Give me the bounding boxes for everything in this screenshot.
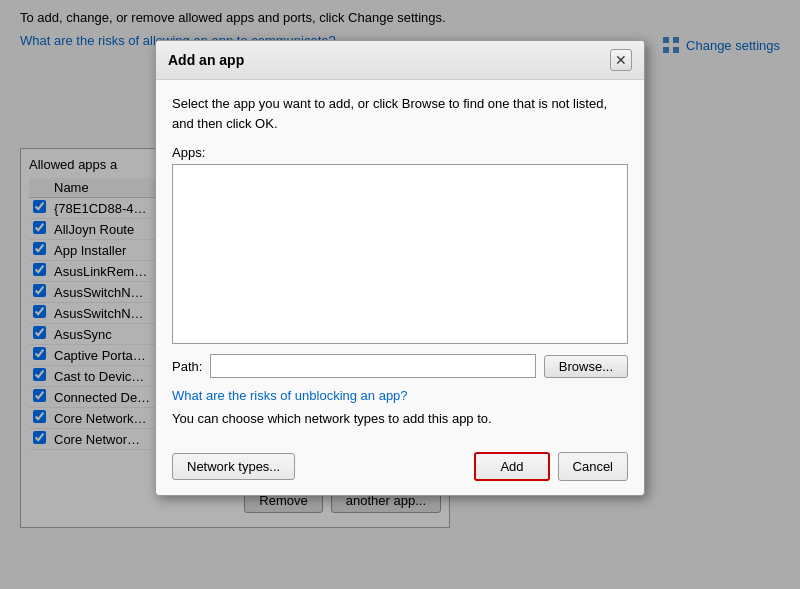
dialog-close-button[interactable]: ✕ [610,49,632,71]
dialog-title-bar: Add an app ✕ [156,41,644,80]
add-app-dialog: Add an app ✕ Select the app you want to … [155,40,645,496]
network-hint: You can choose which network types to ad… [172,411,628,426]
path-input[interactable] [210,354,535,378]
dialog-footer: Network types... Add Cancel [156,452,644,495]
dialog-body: Select the app you want to add, or click… [156,80,644,452]
dialog-description: Select the app you want to add, or click… [172,94,628,133]
dialog-title: Add an app [168,52,244,68]
footer-right: Add Cancel [474,452,628,481]
cancel-button[interactable]: Cancel [558,452,628,481]
footer-left: Network types... [172,453,295,480]
apps-label: Apps: [172,145,628,160]
path-row: Path: Browse... [172,354,628,378]
modal-overlay: Add an app ✕ Select the app you want to … [0,0,800,589]
apps-listbox[interactable] [172,164,628,344]
browse-button[interactable]: Browse... [544,355,628,378]
network-types-button[interactable]: Network types... [172,453,295,480]
risks-link-dialog[interactable]: What are the risks of unblocking an app? [172,388,628,403]
add-button[interactable]: Add [474,452,549,481]
path-label: Path: [172,359,202,374]
